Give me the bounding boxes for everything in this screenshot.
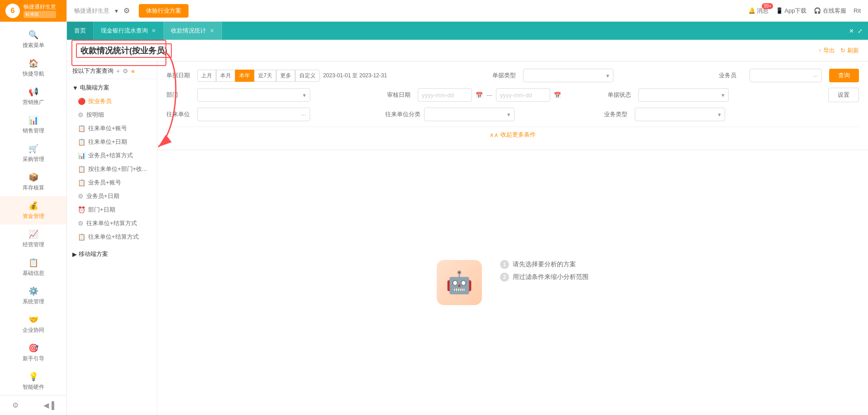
tip-num-2: 2	[500, 273, 509, 282]
sidebar-item-system[interactable]: ⚙️ 系统管理	[0, 282, 66, 310]
filter-area: 单据日期 上月 本月 本年 近7天 更多 自定义 2023-01-01 至 20…	[157, 61, 868, 150]
sidebar-item-basic[interactable]: 📋 基础信息	[0, 253, 66, 282]
sidebar-item-label: 库存核算	[23, 184, 44, 192]
scheme-item-salesman-account[interactable]: 📋 业务员+账号	[67, 176, 157, 189]
review-date-start[interactable]: yyyy-mm-dd	[418, 88, 472, 102]
user-avatar[interactable]: Rit	[854, 7, 861, 14]
business-type-select[interactable]: ▾	[635, 108, 725, 121]
dropdown-arrow[interactable]: ▾	[115, 7, 118, 14]
sidebar-item-guide[interactable]: 🎯 新手引导	[0, 339, 66, 367]
partner-settlement1-icon: ⚙	[78, 220, 84, 227]
partner-more-icon[interactable]: ···	[301, 111, 306, 118]
review-date-end[interactable]: yyyy-mm-dd	[496, 88, 550, 102]
filter-row-1: 单据日期 上月 本月 本年 近7天 更多 自定义 2023-01-01 至 20…	[166, 69, 859, 82]
scheme-item-partner-dept[interactable]: 📋 按往来单位+部门+收...	[67, 162, 157, 176]
scheme-item-partner-settlement2[interactable]: 📋 往来单位+结算方式	[67, 230, 157, 244]
refresh-button[interactable]: ↻ 刷新	[840, 47, 859, 55]
tab-close-collection[interactable]: ✕	[210, 28, 214, 34]
sidebar-item-sales[interactable]: 📊 销售管理	[0, 111, 66, 139]
voucher-type-arrow: ▾	[606, 72, 609, 79]
panel-collapse-btn[interactable]: «	[131, 67, 135, 75]
purchase-icon: 🛒	[28, 144, 38, 154]
tab-home[interactable]: 首页	[67, 22, 94, 40]
scheme-item-detail[interactable]: ⚙ 按明细	[67, 108, 157, 122]
sidebar-item-business[interactable]: 📈 经营管理	[0, 225, 66, 253]
collab-icon: 🤝	[28, 315, 38, 325]
date-tab-7days[interactable]: 近7天	[254, 70, 276, 82]
export-button[interactable]: ↑ 导出	[819, 47, 835, 55]
scheme-item-label: 部门+日期	[88, 206, 115, 214]
app-download-btn[interactable]: 📱 App下载	[776, 7, 807, 15]
scheme-item-salesman-date[interactable]: ⚙ 业务员+日期	[67, 189, 157, 203]
tab-bar: 首页 现金银行流水查询 ✕ 收款情况统计 ✕ ✕ ⤢	[67, 22, 868, 40]
scheme-item-dept-date[interactable]: ⏰ 部门+日期	[67, 203, 157, 217]
mobile-group-title[interactable]: ▶ 移动端方案	[67, 247, 157, 261]
scheme-item-label: 业务员+日期	[86, 192, 119, 200]
sidebar-item-purchase[interactable]: 🛒 采购管理	[0, 139, 66, 168]
logo-text: 畅捷通好生意	[24, 4, 56, 11]
voucher-status-select[interactable]: ▾	[638, 88, 729, 102]
close-all-icon[interactable]: ✕	[849, 28, 854, 34]
right-panel: 单据日期 上月 本月 本年 近7天 更多 自定义 2023-01-01 至 20…	[157, 61, 868, 415]
topbar-right: 🔔 消息 99+ 📱 App下载 🎧 在线客服 Rit	[748, 7, 861, 15]
date-tab-this-year[interactable]: 本年	[235, 70, 254, 82]
salesman-account-icon: 📋	[78, 179, 85, 186]
tab-close-bank[interactable]: ✕	[151, 28, 156, 34]
export-icon: ↑	[819, 47, 822, 54]
tab-bank-flow[interactable]: 现金银行流水查询 ✕	[94, 22, 164, 40]
logo-icon: 6	[5, 4, 20, 18]
department-select[interactable]: ▾	[197, 88, 310, 102]
salesman-icon: 🔴	[78, 98, 85, 105]
sidebar-settings-btn[interactable]: ⚙	[12, 401, 19, 410]
date-tab-last-month[interactable]: 上月	[197, 70, 216, 82]
scheme-item-partner-date[interactable]: 📋 往来单位+日期	[67, 135, 157, 149]
refresh-icon: ↻	[840, 47, 845, 54]
sidebar-item-label: 资金管理	[23, 212, 44, 220]
salesman-more-icon[interactable]: ···	[813, 72, 818, 79]
scheme-item-salesman-settlement[interactable]: 📊 业务员+结算方式	[67, 149, 157, 162]
business-type-label: 业务类型	[604, 110, 631, 118]
sidebar-item-label: 经营管理	[23, 241, 44, 249]
home-icon: 🏠	[28, 58, 38, 68]
sidebar-item-inventory[interactable]: 📦 库存核算	[0, 168, 66, 196]
calendar-start-icon[interactable]: 📅	[476, 92, 483, 99]
date-tab-more[interactable]: 更多	[276, 70, 295, 82]
partner-select[interactable]: ···	[197, 108, 310, 121]
sidebar-item-quicknav[interactable]: 🏠 快捷导航	[0, 54, 66, 82]
salesman-select[interactable]: ···	[750, 69, 822, 82]
trial-button[interactable]: 体验行业方案	[139, 4, 189, 18]
scheme-settings-btn[interactable]: ⚙	[123, 67, 128, 75]
finance-icon: 💰	[28, 201, 38, 211]
calendar-end-icon[interactable]: 📅	[554, 92, 561, 99]
desktop-group-title[interactable]: ▼ 电脑端方案	[67, 81, 157, 94]
partner-settlement2-icon: 📋	[78, 233, 85, 241]
customer-service-btn[interactable]: 🎧 在线客服	[814, 7, 846, 15]
notification-btn[interactable]: 🔔 消息 99+	[748, 7, 769, 15]
voucher-type-select[interactable]: ▾	[523, 69, 613, 82]
partner-category-select[interactable]: ▾	[424, 108, 514, 121]
sidebar-item-marketing[interactable]: 📢 营销推广	[0, 82, 66, 111]
mobile-scheme-group: ▶ 移动端方案	[67, 245, 157, 263]
sidebar-item-label: 采购管理	[23, 156, 44, 163]
sidebar-item-hardware[interactable]: 💡 智能硬件	[0, 367, 66, 395]
detail-icon: ⚙	[78, 111, 84, 118]
scheme-item-salesman[interactable]: 🔴 按业务员	[67, 94, 157, 108]
notification-badge: 99+	[762, 3, 773, 9]
query-button[interactable]: 查询	[829, 69, 859, 82]
sidebar-item-finance[interactable]: 💰 资金管理	[0, 196, 66, 225]
topbar-gear-icon[interactable]: ⚙	[123, 6, 130, 15]
scheme-item-partner-settlement1[interactable]: ⚙ 往来单位+结算方式	[67, 217, 157, 230]
hardware-icon: 💡	[28, 372, 38, 382]
maximize-icon[interactable]: ⤢	[858, 28, 863, 34]
tab-collection[interactable]: 收款情况统计 ✕	[164, 22, 222, 40]
sidebar-item-collab[interactable]: 🤝 企业协同	[0, 310, 66, 339]
sidebar-item-search[interactable]: 🔍 搜索菜单	[0, 25, 66, 54]
scheme-item-partner-account[interactable]: 📋 往来单位+账号	[67, 122, 157, 135]
collapse-filter-btn[interactable]: ∧∧ 收起更多条件	[166, 127, 859, 142]
date-tab-this-month[interactable]: 本月	[216, 70, 235, 82]
add-scheme-btn[interactable]: +	[116, 67, 120, 75]
settings-button[interactable]: 设置	[828, 88, 859, 102]
date-tab-custom[interactable]: 自定义	[295, 70, 320, 82]
sidebar-item-label: 系统管理	[23, 298, 44, 306]
sidebar-collapse-btn[interactable]: ◀▐	[43, 401, 54, 410]
